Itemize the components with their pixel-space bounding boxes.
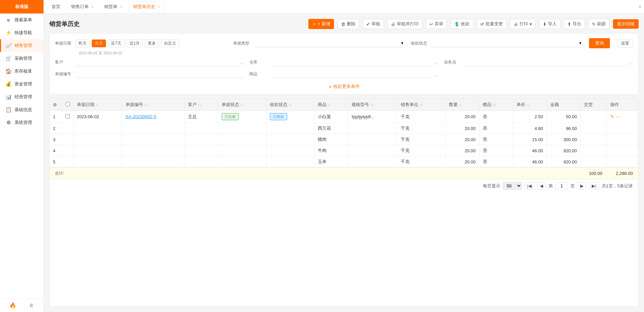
cell-customer: 王总 bbox=[184, 111, 218, 123]
sidebar-item-sys-mgmt[interactable]: ⚙ 系统管理 bbox=[0, 116, 44, 129]
tab-sales-order[interactable]: 销售订单 × bbox=[66, 1, 99, 12]
cell-amount: 300.00 bbox=[547, 134, 580, 145]
tab-sales-delivery[interactable]: 销货单 × bbox=[99, 1, 127, 12]
date-btn-yesterday[interactable]: 昨天 bbox=[76, 40, 90, 47]
warehouse-select-btn[interactable]: ... bbox=[435, 60, 439, 65]
sidebar-item-label: 库存核算 bbox=[15, 68, 32, 74]
refresh-icon: ↻ bbox=[592, 22, 596, 27]
sidebar-item-search-menu[interactable]: ≡ 搜索菜单 bbox=[0, 14, 44, 26]
col-amount[interactable]: 金额 bbox=[547, 99, 580, 111]
col-doc-no[interactable]: 单据编号 ↑↓ bbox=[122, 99, 184, 111]
export-button[interactable]: ⬆ 导出 bbox=[564, 19, 585, 29]
col-qty[interactable]: 数量 ↑↓ bbox=[445, 99, 479, 111]
date-btn-1month[interactable]: 近1月 bbox=[127, 40, 143, 47]
page-size-select[interactable]: 50 20 100 bbox=[503, 182, 522, 190]
tab-sales-history-close[interactable]: × bbox=[158, 5, 160, 9]
next-page-btn[interactable]: ▶ bbox=[578, 182, 586, 189]
sidebar-item-inventory[interactable]: 🏠 库存核算 bbox=[0, 65, 44, 78]
sidebar-item-finance[interactable]: 💰 资金管理 bbox=[0, 78, 44, 90]
cell-price: 46.00 bbox=[513, 145, 547, 156]
last-page-btn[interactable]: ▶| bbox=[589, 182, 599, 189]
approve-button[interactable]: ✔ 审核 bbox=[363, 19, 384, 29]
col-settings[interactable]: ⚙ bbox=[50, 99, 62, 111]
col-qty-label: 数量 bbox=[449, 102, 458, 107]
date-btn-custom[interactable]: 自定义 bbox=[161, 40, 179, 47]
tab-sales-history[interactable]: 销货单历史 × bbox=[128, 1, 165, 12]
date-btn-7days[interactable]: 近7天 bbox=[108, 40, 124, 47]
cell-doc-no bbox=[122, 134, 184, 145]
prev-page-btn[interactable]: ◀ bbox=[537, 182, 546, 189]
sidebar-item-base-info[interactable]: 📋 基础信息 bbox=[0, 103, 44, 116]
cell-spec bbox=[348, 156, 397, 167]
date-btn-more[interactable]: 更多 bbox=[145, 40, 159, 47]
filter-product-input[interactable] bbox=[270, 70, 432, 78]
col-delivery[interactable]: 交货 bbox=[580, 99, 607, 111]
refresh-button[interactable]: ↻ 刷新 bbox=[588, 19, 610, 29]
col-spec[interactable]: 规格型号 ↑↓ bbox=[348, 99, 397, 111]
filter-payment-select[interactable]: ▾ bbox=[431, 39, 584, 47]
col-price[interactable]: 单价 ↑↓ bbox=[513, 99, 547, 111]
sidebar-item-quick-nav[interactable]: ⚡ 快捷导航 bbox=[0, 26, 44, 39]
sidebar-item-label: 经营管理 bbox=[15, 94, 32, 100]
sidebar-item-operations[interactable]: 📊 经营管理 bbox=[0, 90, 44, 103]
cell-gift: 否 bbox=[479, 156, 513, 167]
employee-select-btn[interactable]: ... bbox=[629, 60, 633, 65]
date-btn-today[interactable]: 今天 bbox=[92, 40, 106, 47]
collect-button[interactable]: 💲 收款 bbox=[450, 19, 473, 29]
row-checkbox[interactable] bbox=[65, 114, 70, 119]
page-number-input[interactable] bbox=[556, 182, 568, 189]
batch-change-button[interactable]: ⇄ 批量变更 bbox=[477, 19, 507, 29]
cell-payment-status bbox=[266, 156, 314, 167]
collapse-filter-btn[interactable]: ∧ 收起更多条件 bbox=[327, 82, 361, 91]
filter-doc-no-label: 单据编号 bbox=[55, 71, 74, 77]
col-action: 操作 bbox=[607, 99, 638, 111]
tab-home[interactable]: 首页 bbox=[47, 1, 65, 12]
col-checkbox[interactable] bbox=[62, 99, 73, 111]
col-unit-label: 销售单位 bbox=[401, 102, 418, 107]
col-product[interactable]: 商品 ↑↓ bbox=[314, 99, 348, 111]
col-unit[interactable]: 销售单位 ↑↓ bbox=[397, 99, 445, 111]
sidebar-item-purchase-mgmt[interactable]: 🛒 采购管理 bbox=[0, 52, 44, 65]
close-all-tabs[interactable]: × bbox=[639, 4, 641, 9]
import-icon: ⬇ bbox=[543, 22, 547, 27]
more-action-btn[interactable]: ⋯ bbox=[616, 114, 621, 119]
sidebar-item-sales-mgmt[interactable]: 📈 销售管理 bbox=[0, 39, 44, 52]
col-customer[interactable]: 客户 ↑↓ bbox=[184, 99, 218, 111]
doc-no-link[interactable]: SA-20230602-0 bbox=[125, 114, 156, 119]
sidebar-bottom-icon1[interactable]: 🔥 bbox=[9, 302, 16, 309]
query-button[interactable]: 查询 bbox=[589, 38, 610, 48]
select-all-checkbox[interactable] bbox=[65, 102, 70, 106]
col-doc-date[interactable]: 单据日期 ↑↓ bbox=[73, 99, 122, 111]
table-row: 1 2023-06-02 SA-20230602-0 王总 已生效 已收款 小白… bbox=[50, 111, 638, 123]
product-select-btn[interactable]: ... bbox=[435, 72, 439, 77]
print-button[interactable]: 🖨 打印 ▾ bbox=[510, 19, 536, 29]
settings-button[interactable]: 设置 bbox=[617, 39, 633, 48]
filter-customer-input[interactable] bbox=[76, 58, 238, 66]
tab-sales-delivery-close[interactable]: × bbox=[120, 5, 122, 9]
sidebar-bottom-icon2[interactable]: ⏸ bbox=[29, 303, 34, 309]
first-page-btn[interactable]: |◀ bbox=[525, 182, 534, 189]
tab-sales-order-close[interactable]: × bbox=[91, 5, 93, 9]
filter-doc-no-input[interactable] bbox=[76, 70, 244, 78]
discard-button[interactable]: ↩ 弃审 bbox=[426, 19, 447, 29]
display-detail-button[interactable]: 显示明细 bbox=[613, 19, 639, 29]
tab-home-label: 首页 bbox=[52, 4, 60, 10]
sys-mgmt-icon: ⚙ bbox=[5, 120, 12, 126]
import-button[interactable]: ⬇ 导入 bbox=[539, 19, 560, 29]
col-doc-status[interactable]: 单据状态 ↑↓ bbox=[218, 99, 266, 111]
new-button[interactable]: ＋ + 新增 bbox=[308, 19, 334, 29]
col-gift[interactable]: 赠品 ↑↓ bbox=[479, 99, 513, 111]
delete-button[interactable]: 🗑 删除 bbox=[337, 19, 359, 29]
cell-num: 4 bbox=[50, 145, 62, 156]
cell-doc-status: 已生效 bbox=[218, 111, 266, 123]
approve-print-button[interactable]: 🖨 审核并打印 bbox=[387, 19, 422, 29]
cell-doc-no bbox=[122, 123, 184, 134]
filter-warehouse-input[interactable] bbox=[270, 58, 432, 66]
col-payment-status[interactable]: 收款状态 ↑↓ bbox=[266, 99, 314, 111]
col-amount-label: 金额 bbox=[550, 102, 559, 107]
filter-doc-type-select[interactable]: ▾ bbox=[254, 39, 406, 47]
edit-action-btn[interactable]: ✎ bbox=[610, 114, 614, 119]
filter-employee-input[interactable] bbox=[465, 58, 627, 66]
tab-sales-delivery-label: 销货单 bbox=[104, 4, 117, 10]
customer-select-btn[interactable]: ... bbox=[240, 60, 244, 65]
